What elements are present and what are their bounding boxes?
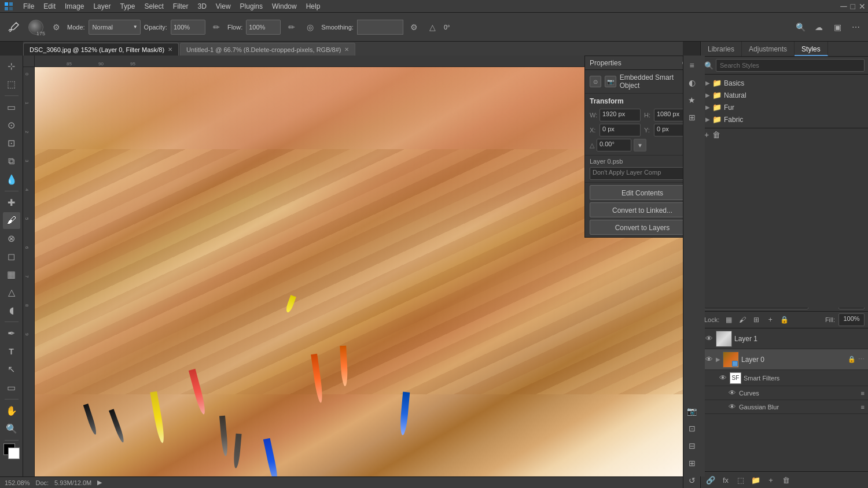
x-input[interactable]: 0 px: [599, 124, 641, 136]
opacity-pressure-icon[interactable]: ✏: [209, 20, 224, 35]
layers-icon[interactable]: ⊡: [685, 421, 700, 436]
brush-settings-icon[interactable]: ⚙: [49, 20, 64, 35]
color-boxes[interactable]: [3, 443, 20, 459]
hand-tool[interactable]: ✋: [3, 402, 20, 419]
angle-input[interactable]: 0.00°: [597, 139, 631, 151]
type-tool[interactable]: T: [3, 343, 20, 360]
maximize-button[interactable]: □: [851, 2, 855, 11]
menu-edit[interactable]: Edit: [39, 0, 60, 13]
layer-comp-icon[interactable]: ⊞: [685, 110, 700, 125]
opacity-field[interactable]: 100%: [171, 20, 205, 35]
styles-category-basics[interactable]: ▶ 📁 Basics: [703, 77, 866, 89]
history-icon[interactable]: ↺: [685, 473, 700, 488]
styles-category-fabric[interactable]: ▶ 📁 Fabric: [703, 113, 866, 125]
add-style-icon[interactable]: +: [704, 130, 709, 139]
tab-libraries[interactable]: Libraries: [701, 42, 742, 56]
lock-all-icon[interactable]: 🔒: [778, 314, 790, 326]
eyedropper-tool[interactable]: 💧: [3, 171, 20, 188]
convert-to-layers-button[interactable]: Convert to Layers: [590, 220, 695, 235]
cloud-icon[interactable]: ☁: [811, 20, 826, 35]
delete-layer-button[interactable]: 🗑: [779, 474, 792, 486]
styles-category-natural[interactable]: ▶ 📁 Natural: [703, 89, 866, 101]
lock-transparency-icon[interactable]: ▦: [723, 314, 734, 326]
visibility-gaussian-icon[interactable]: 👁: [727, 402, 737, 412]
more-icon[interactable]: ⋯: [848, 20, 863, 35]
layer-item-1[interactable]: 👁 Layer 1: [701, 328, 868, 349]
w-input[interactable]: 1920 px: [599, 109, 641, 121]
new-group-button[interactable]: 📁: [749, 474, 762, 486]
close-button[interactable]: ✕: [859, 2, 866, 11]
smoothing-settings-icon[interactable]: ⚙: [407, 20, 422, 35]
curves-options-icon[interactable]: ≡: [861, 390, 865, 397]
tab-close-active[interactable]: ✕: [168, 46, 172, 53]
menu-select[interactable]: Select: [139, 0, 168, 13]
styles-panel-icon[interactable]: ★: [685, 93, 700, 108]
minimize-button[interactable]: ─: [840, 1, 847, 12]
curves-filter-item[interactable]: 👁 Curves ≡: [701, 386, 868, 400]
menu-help[interactable]: Help: [301, 0, 325, 13]
link-layers-icon[interactable]: 🔗: [704, 474, 717, 486]
eraser-tool[interactable]: ◻: [3, 248, 20, 265]
screen-icon[interactable]: ▣: [830, 20, 845, 35]
lasso-tool[interactable]: ⊙: [3, 117, 20, 134]
move-tool[interactable]: ⊹: [3, 58, 20, 75]
menu-plugins[interactable]: Plugins: [236, 0, 267, 13]
tab-active[interactable]: DSC_3060.jpg @ 152% (Layer 0, Filter Mas…: [23, 43, 179, 56]
angle-unit-dropdown[interactable]: ▼: [634, 139, 646, 151]
lock-paint-icon[interactable]: 🖌: [737, 314, 748, 326]
airbrush-toggle[interactable]: ◎: [303, 20, 318, 35]
menu-layer[interactable]: Layer: [89, 0, 115, 13]
visibility-curves-icon[interactable]: 👁: [727, 389, 737, 398]
fill-value[interactable]: 100%: [838, 313, 865, 326]
angle-icon[interactable]: △: [425, 20, 440, 35]
layer-item-0[interactable]: 👁 ▶ Layer 0 🔒 ⋯: [701, 349, 868, 370]
visibility-layer1-icon[interactable]: 👁: [704, 334, 713, 343]
menu-file[interactable]: File: [19, 0, 39, 13]
new-layer-button[interactable]: +: [764, 474, 777, 486]
artboard-tool[interactable]: ⬚: [3, 76, 20, 93]
gaussian-blur-filter-item[interactable]: 👁 Gaussian Blur ≡: [701, 400, 868, 414]
dodge-tool[interactable]: ◖: [3, 302, 20, 319]
brush-size-indicator[interactable]: 175: [27, 18, 45, 36]
status-arrow-icon[interactable]: ▶: [97, 479, 102, 486]
adjustments-icon[interactable]: ◐: [685, 75, 700, 90]
add-style-button[interactable]: fx: [719, 474, 732, 486]
flow-field[interactable]: 100%: [246, 20, 281, 35]
tab-2[interactable]: Untitled-1 @ 66.7% (8.Delete-cropped-pix…: [180, 43, 355, 56]
lock-artboard-icon[interactable]: ⊞: [751, 314, 762, 326]
gaussian-options-icon[interactable]: ≡: [861, 404, 865, 411]
properties-icon[interactable]: ≡: [685, 58, 700, 73]
smart-filters-group[interactable]: 👁 SF Smart Filters: [701, 370, 868, 386]
clone-tool[interactable]: ⊗: [3, 230, 20, 247]
menu-image[interactable]: Image: [60, 0, 89, 13]
convert-to-linked-button[interactable]: Convert to Linked...: [590, 202, 695, 217]
channels-icon[interactable]: ⊟: [685, 438, 700, 453]
menu-view[interactable]: View: [211, 0, 236, 13]
edit-contents-button[interactable]: Edit Contents: [590, 185, 695, 200]
search-styles-input[interactable]: [716, 59, 865, 72]
mode-dropdown[interactable]: Normal: [89, 20, 141, 35]
pen-tool[interactable]: ✒: [3, 325, 20, 342]
layer-comp-dropdown[interactable]: Don't Apply Layer Comp: [590, 167, 695, 180]
blur-tool[interactable]: △: [3, 284, 20, 301]
styles-category-fur[interactable]: ▶ 📁 Fur: [703, 101, 866, 113]
gradient-tool[interactable]: ▦: [3, 266, 20, 283]
lock-position-icon[interactable]: +: [764, 314, 776, 326]
zoom-tool[interactable]: 🔍: [3, 420, 20, 437]
search-icon[interactable]: 🔍: [793, 20, 808, 35]
brush-tool[interactable]: 🖌: [3, 212, 20, 229]
marquee-tool[interactable]: ▭: [3, 99, 20, 116]
menu-type[interactable]: Type: [115, 0, 139, 13]
background-color[interactable]: [8, 448, 20, 459]
shape-tool[interactable]: ▭: [3, 379, 20, 396]
menu-window[interactable]: Window: [267, 0, 301, 13]
visibility-layer0-icon[interactable]: 👁: [704, 355, 713, 364]
add-mask-button[interactable]: ⬚: [734, 474, 747, 486]
tab-close-2[interactable]: ✕: [344, 46, 349, 53]
menu-3d[interactable]: 3D: [193, 0, 211, 13]
grid-icon[interactable]: ⊞: [685, 456, 700, 471]
tab-adjustments[interactable]: Adjustments: [742, 42, 795, 56]
snapshot-icon[interactable]: 📷: [685, 404, 700, 419]
crop-tool[interactable]: ⧉: [3, 153, 20, 169]
healing-tool[interactable]: ✚: [3, 194, 20, 211]
